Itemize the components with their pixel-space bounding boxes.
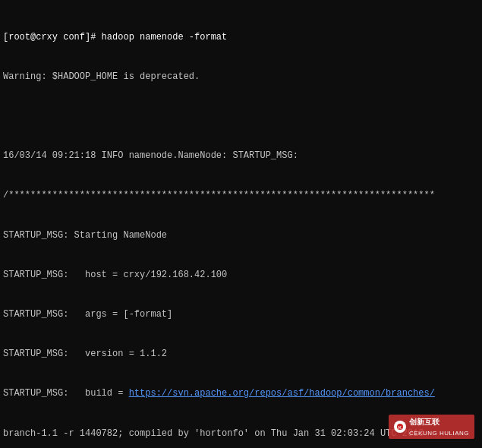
svg-text:K: K	[399, 425, 402, 430]
svn-link[interactable]: https://svn.apache.org/repos/asf/hadoop/…	[129, 388, 435, 399]
watermark-text: 创新互联 CEKUNG HULIANG	[409, 417, 469, 437]
info-line-1: 16/03/14 09:21:18 INFO namenode.NameNode…	[3, 150, 479, 162]
watermark-chinese: 创新互联	[409, 418, 439, 426]
startup-msg-4: STARTUP_MSG: version = 1.1.2	[3, 348, 479, 361]
terminal-window: [root@crxy conf]# hadoop namenode -forma…	[0, 0, 482, 448]
startup-msg-3: STARTUP_MSG: args = [-format]	[3, 308, 479, 321]
terminal-content: [root@crxy conf]# hadoop namenode -forma…	[3, 5, 479, 448]
warning-line: Warning: $HADOOP_HOME is deprecated.	[3, 71, 479, 84]
watermark-icon: K	[394, 421, 406, 433]
stars-1: /***************************************…	[3, 189, 479, 202]
watermark-pinyin: CEKUNG HULIANG	[409, 430, 469, 437]
startup-msg-1: STARTUP_MSG: Starting NameNode	[3, 229, 479, 242]
command-line-1: [root@crxy conf]# hadoop namenode -forma…	[3, 31, 479, 44]
watermark-svg: K	[396, 423, 404, 431]
blank-line	[3, 110, 479, 123]
watermark: K 创新互联 CEKUNG HULIANG	[389, 415, 474, 439]
startup-msg-2: STARTUP_MSG: host = crxy/192.168.42.100	[3, 269, 479, 282]
startup-msg-5: STARTUP_MSG: build = https://svn.apache.…	[3, 387, 479, 400]
